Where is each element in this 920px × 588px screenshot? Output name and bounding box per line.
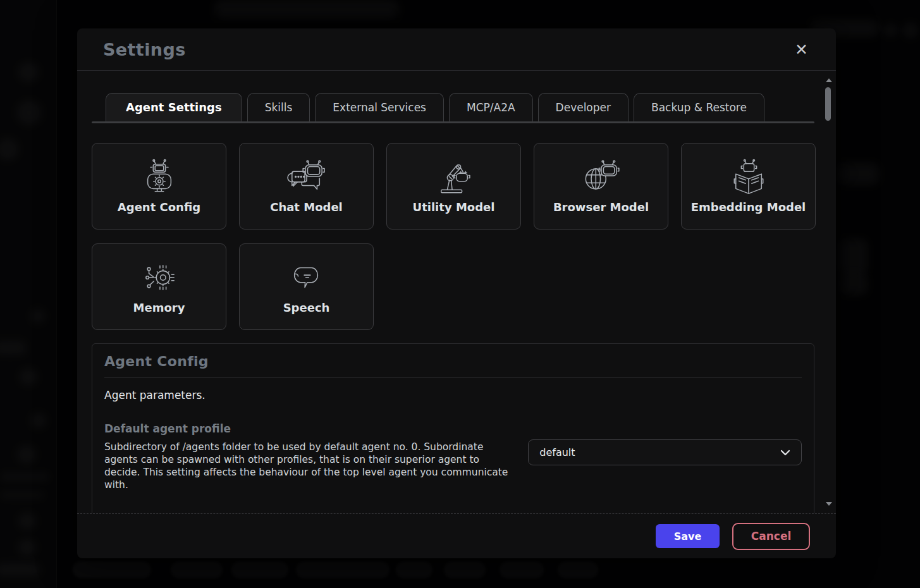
cancel-button[interactable]: Cancel bbox=[732, 523, 810, 550]
agent-config-section: Agent Config Agent parameters. Default a… bbox=[92, 343, 814, 513]
settings-card-grid: Agent Config bbox=[92, 143, 814, 330]
tab-skills[interactable]: Skills bbox=[247, 93, 310, 121]
scrollbar-thumb[interactable] bbox=[825, 87, 831, 121]
tab-bar: Agent Settings Skills External Services … bbox=[106, 93, 814, 121]
card-label: Embedding Model bbox=[691, 200, 806, 214]
default-agent-profile-field: Default agent profile Subdirectory of /a… bbox=[104, 422, 802, 492]
circuit-gear-icon bbox=[140, 259, 179, 296]
tab-bar-underline bbox=[92, 121, 814, 123]
settings-modal: Settings ✕ Agent Settings Skills Externa… bbox=[77, 28, 836, 558]
card-label: Memory bbox=[133, 301, 185, 314]
close-icon[interactable]: ✕ bbox=[792, 39, 811, 60]
modal-scrollbar[interactable] bbox=[824, 73, 833, 511]
card-utility-model[interactable]: Utility Model bbox=[386, 143, 521, 230]
scroll-down-arrow-icon[interactable] bbox=[826, 502, 832, 506]
card-memory[interactable]: Memory bbox=[92, 243, 226, 330]
card-embedding-model[interactable]: Embedding Model bbox=[681, 143, 816, 230]
card-label: Speech bbox=[283, 301, 330, 314]
card-label: Utility Model bbox=[413, 200, 495, 214]
scroll-up-arrow-icon[interactable] bbox=[826, 78, 832, 82]
card-speech[interactable]: Speech bbox=[239, 243, 374, 330]
globe-robot-icon bbox=[582, 159, 621, 195]
modal-header: Settings ✕ bbox=[77, 28, 836, 71]
robot-gear-icon bbox=[140, 159, 179, 195]
book-robot-icon bbox=[729, 159, 768, 195]
save-button[interactable]: Save bbox=[656, 524, 720, 548]
card-label: Browser Model bbox=[553, 200, 649, 214]
tab-agent-settings[interactable]: Agent Settings bbox=[106, 93, 242, 121]
card-agent-config[interactable]: Agent Config bbox=[92, 143, 226, 230]
select-value: default bbox=[539, 446, 575, 458]
chevron-down-icon bbox=[780, 446, 790, 458]
field-label: Default agent profile bbox=[104, 422, 509, 435]
section-divider bbox=[104, 377, 802, 378]
card-label: Agent Config bbox=[118, 200, 200, 214]
card-chat-model[interactable]: Chat Model bbox=[239, 143, 374, 230]
default-agent-profile-select[interactable]: default bbox=[528, 439, 802, 465]
speech-bubble-icon bbox=[287, 259, 326, 296]
section-title: Agent Config bbox=[104, 353, 802, 369]
card-browser-model[interactable]: Browser Model bbox=[534, 143, 668, 230]
tab-developer[interactable]: Developer bbox=[538, 93, 629, 121]
card-label: Chat Model bbox=[270, 200, 343, 214]
modal-title: Settings bbox=[103, 40, 186, 59]
robot-arm-icon bbox=[434, 159, 474, 195]
field-description: Subdirectory of /agents folder to be use… bbox=[104, 441, 509, 492]
modal-body: Agent Settings Skills External Services … bbox=[77, 71, 836, 513]
tab-external-services[interactable]: External Services bbox=[315, 93, 444, 121]
chat-robot-icon bbox=[287, 159, 326, 195]
tab-mcp-a2a[interactable]: MCP/A2A bbox=[449, 93, 533, 121]
section-subtitle: Agent parameters. bbox=[104, 389, 802, 401]
modal-footer: Save Cancel bbox=[77, 513, 836, 558]
tab-backup-restore[interactable]: Backup & Restore bbox=[634, 93, 764, 121]
